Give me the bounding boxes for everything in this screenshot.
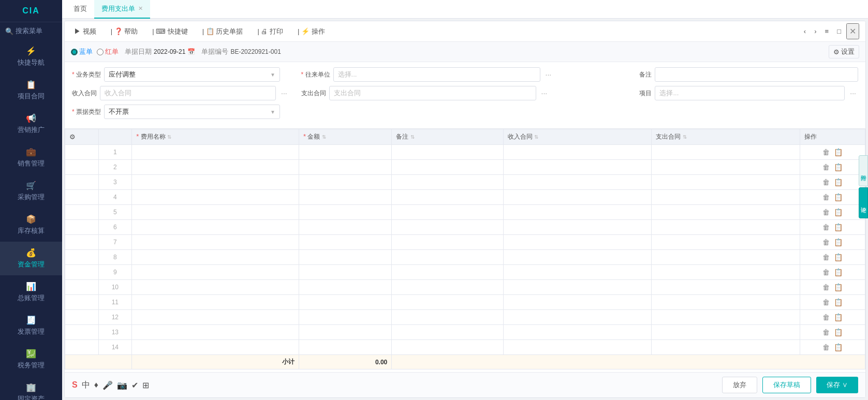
sidebar-item-quick-nav[interactable]: ⚡ 快捷导航 [0, 40, 62, 73]
sidebar-item-sales[interactable]: 💼 销售管理 [0, 141, 62, 174]
draft-button[interactable]: 保存草稿 [762, 377, 811, 393]
remark-input[interactable] [655, 67, 858, 82]
row-delete-button[interactable]: 🗑 [821, 342, 831, 352]
row-income-cell[interactable] [503, 235, 652, 250]
row-name-cell[interactable] [132, 190, 299, 205]
row-name-cell[interactable] [132, 340, 299, 355]
row-expense-cell[interactable] [652, 235, 800, 250]
row-note-cell[interactable] [392, 325, 503, 340]
row-name-cell[interactable] [132, 325, 299, 340]
row-amount-cell[interactable] [299, 205, 391, 220]
row-delete-button[interactable]: 🗑 [821, 282, 831, 292]
sidebar-item-capital[interactable]: 💰 资金管理 [0, 242, 62, 275]
row-note-cell[interactable] [392, 295, 503, 310]
row-note-cell[interactable] [392, 190, 503, 205]
th-settings[interactable]: ⚙ [65, 129, 99, 145]
row-amount-cell[interactable] [299, 265, 391, 280]
row-name-cell[interactable] [132, 145, 299, 160]
income-contract-more-icon[interactable]: ··· [279, 89, 289, 97]
row-name-cell[interactable] [132, 160, 299, 175]
row-delete-button[interactable]: 🗑 [821, 192, 831, 202]
row-income-cell[interactable] [503, 265, 652, 280]
row-expense-cell[interactable] [652, 325, 800, 340]
sidebar-item-tax[interactable]: 💹 税务管理 [0, 343, 62, 376]
row-copy-button[interactable]: 📋 [833, 282, 844, 292]
row-delete-button[interactable]: 🗑 [821, 312, 831, 322]
row-expense-cell[interactable] [652, 190, 800, 205]
income-contract-input[interactable]: 收入合同 [100, 86, 276, 100]
row-note-cell[interactable] [392, 160, 503, 175]
th-expense-contract[interactable]: 支出合同 ⇅ [652, 129, 800, 145]
expense-contract-more-icon[interactable]: ··· [539, 89, 550, 97]
row-note-cell[interactable] [392, 310, 503, 325]
list-view-button[interactable]: ≡ [822, 26, 832, 36]
row-note-cell[interactable] [392, 280, 503, 295]
row-amount-cell[interactable] [299, 325, 391, 340]
row-expense-cell[interactable] [652, 310, 800, 325]
row-expense-cell[interactable] [652, 295, 800, 310]
row-income-cell[interactable] [503, 325, 652, 340]
row-note-cell[interactable] [392, 175, 503, 190]
window-close-button[interactable]: ✕ [846, 23, 859, 39]
row-income-cell[interactable] [503, 220, 652, 235]
row-amount-cell[interactable] [299, 190, 391, 205]
comment-float-btn[interactable]: 评论 [859, 187, 868, 218]
row-copy-button[interactable]: 📋 [833, 252, 844, 262]
row-expense-cell[interactable] [652, 205, 800, 220]
project-more-icon[interactable]: ··· [848, 89, 858, 97]
row-name-cell[interactable] [132, 235, 299, 250]
row-delete-button[interactable]: 🗑 [821, 162, 831, 172]
row-copy-button[interactable]: 📋 [833, 312, 844, 322]
row-copy-button[interactable]: 📋 [833, 342, 844, 352]
row-delete-button[interactable]: 🗑 [821, 297, 831, 307]
row-income-cell[interactable] [503, 340, 652, 355]
row-note-cell[interactable] [392, 145, 503, 160]
counterpart-input[interactable]: 选择... [333, 67, 540, 82]
row-name-cell[interactable] [132, 250, 299, 265]
attachment-float-btn[interactable]: 附件 [859, 155, 868, 186]
row-delete-button[interactable]: 🗑 [821, 237, 831, 247]
invoice-type-select[interactable]: 不开票 ▼ [104, 105, 280, 119]
row-amount-cell[interactable] [299, 160, 391, 175]
sidebar-item-project-contract[interactable]: 📋 项目合同 [0, 73, 62, 107]
row-amount-cell[interactable] [299, 340, 391, 355]
row-delete-button[interactable]: 🗑 [821, 222, 831, 232]
sidebar-item-marketing[interactable]: 📢 营销推广 [0, 107, 62, 141]
row-income-cell[interactable] [503, 160, 652, 175]
calendar-icon[interactable]: 📅 [187, 48, 195, 55]
th-amount[interactable]: * 金额 ⇅ [299, 129, 391, 145]
row-note-cell[interactable] [392, 205, 503, 220]
row-income-cell[interactable] [503, 295, 652, 310]
row-amount-cell[interactable] [299, 280, 391, 295]
tab-home[interactable]: 首页 [66, 0, 94, 19]
expense-contract-input[interactable]: 支出合同 [329, 86, 536, 100]
row-name-cell[interactable] [132, 220, 299, 235]
row-name-cell[interactable] [132, 175, 299, 190]
sort-icon-name[interactable]: ⇅ [167, 134, 171, 140]
red-radio-label[interactable]: 红单 [97, 47, 119, 56]
sort-icon-note[interactable]: ⇅ [410, 134, 415, 140]
check-icon[interactable]: ✔ [131, 380, 138, 390]
project-input[interactable]: 选择... [655, 86, 845, 100]
row-amount-cell[interactable] [299, 310, 391, 325]
sidebar-search[interactable]: 🔍 搜索菜单 [0, 22, 62, 40]
shortcut-button[interactable]: | ⌨ 快捷键 [149, 26, 191, 37]
sidebar-item-assets[interactable]: 🏢 固定资产 [0, 376, 62, 400]
blue-radio[interactable] [71, 49, 78, 55]
row-amount-cell[interactable] [299, 220, 391, 235]
row-delete-button[interactable]: 🗑 [821, 252, 831, 262]
row-copy-button[interactable]: 📋 [833, 237, 844, 247]
row-expense-cell[interactable] [652, 250, 800, 265]
row-amount-cell[interactable] [299, 175, 391, 190]
counterpart-more-icon[interactable]: ··· [543, 70, 554, 79]
row-delete-button[interactable]: 🗑 [821, 147, 831, 157]
row-amount-cell[interactable] [299, 235, 391, 250]
row-amount-cell[interactable] [299, 250, 391, 265]
print-button[interactable]: | 🖨 打印 [254, 26, 286, 37]
save-button[interactable]: 保存 ∨ [816, 377, 858, 393]
help-button[interactable]: | ❓ 帮助 [108, 26, 141, 37]
row-copy-button[interactable]: 📋 [833, 177, 844, 187]
operation-button[interactable]: | ⚡ 操作 [295, 26, 328, 37]
row-expense-cell[interactable] [652, 160, 800, 175]
row-expense-cell[interactable] [652, 280, 800, 295]
